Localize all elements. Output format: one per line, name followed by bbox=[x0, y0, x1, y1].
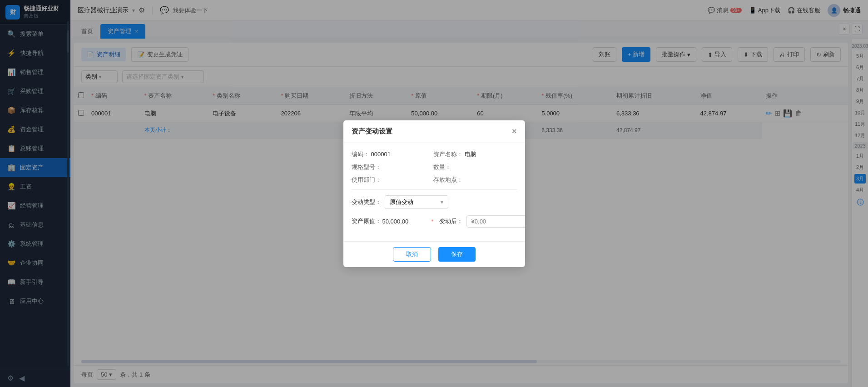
change-type-arrow-icon: ▾ bbox=[441, 199, 443, 205]
dialog-original-value-label: 资产原值： bbox=[352, 217, 379, 225]
dialog-title: 资产变动设置 bbox=[352, 127, 392, 136]
dialog-change-type-row: 变动类型： 原值变动 ▾ bbox=[352, 195, 517, 209]
cancel-button[interactable]: 取消 bbox=[393, 247, 431, 262]
dialog-assetname-label: 资产名称： bbox=[433, 150, 463, 159]
dialog-values-row: 资产原值： 50,000.00 * 变动后： bbox=[352, 215, 517, 228]
dialog-code-item: 编码： 000001 bbox=[352, 150, 424, 159]
dialog-location-label: 存放地点： bbox=[433, 176, 463, 184]
dialog-body: 编码： 000001 资产名称： 电脑 规格型号： 数量： bbox=[343, 143, 525, 241]
dialog-info-row-1: 编码： 000001 资产名称： 电脑 bbox=[352, 150, 517, 159]
dialog-location-item: 存放地点： bbox=[433, 176, 506, 184]
dialog-footer: 取消 保存 bbox=[343, 241, 525, 267]
dialog-info-row-2: 规格型号： 数量： bbox=[352, 163, 517, 171]
dialog-change-type-label: 变动类型： bbox=[352, 198, 381, 206]
dialog-change-type-select[interactable]: 原值变动 ▾ bbox=[385, 195, 448, 209]
dialog-change-type-value: 原值变动 bbox=[390, 198, 413, 206]
dialog-close-btn[interactable]: × bbox=[512, 127, 517, 136]
dialog-spec-label: 规格型号： bbox=[352, 163, 381, 171]
dialog-divider bbox=[352, 189, 517, 190]
dialog-assetname-item: 资产名称： 电脑 bbox=[433, 150, 506, 159]
dialog-code-label: 编码： bbox=[352, 150, 369, 159]
dialog-code-value: 000001 bbox=[371, 151, 391, 158]
dialog-assetname-value: 电脑 bbox=[465, 150, 476, 159]
dialog-dept-item: 使用部门： bbox=[352, 176, 424, 184]
dialog-after-change-label: 变动后： bbox=[439, 217, 463, 225]
dialog-quantity-label: 数量： bbox=[433, 163, 451, 171]
dialog-after-change-input[interactable] bbox=[466, 215, 525, 228]
dialog-header: 资产变动设置 × bbox=[343, 120, 525, 143]
dialog-original-value-value: 50,000.00 bbox=[382, 216, 428, 227]
dialog-dept-label: 使用部门： bbox=[352, 176, 381, 184]
asset-change-dialog: 资产变动设置 × 编码： 000001 资产名称： 电脑 规格型号： bbox=[343, 120, 525, 267]
dialog-spec-item: 规格型号： bbox=[352, 163, 424, 171]
dialog-after-required-star: * bbox=[432, 218, 434, 225]
save-button[interactable]: 保存 bbox=[438, 247, 476, 262]
modal-overlay: 资产变动设置 × 编码： 000001 资产名称： 电脑 规格型号： bbox=[0, 0, 868, 387]
dialog-quantity-item: 数量： bbox=[433, 163, 506, 171]
dialog-info-row-3: 使用部门： 存放地点： bbox=[352, 176, 517, 184]
